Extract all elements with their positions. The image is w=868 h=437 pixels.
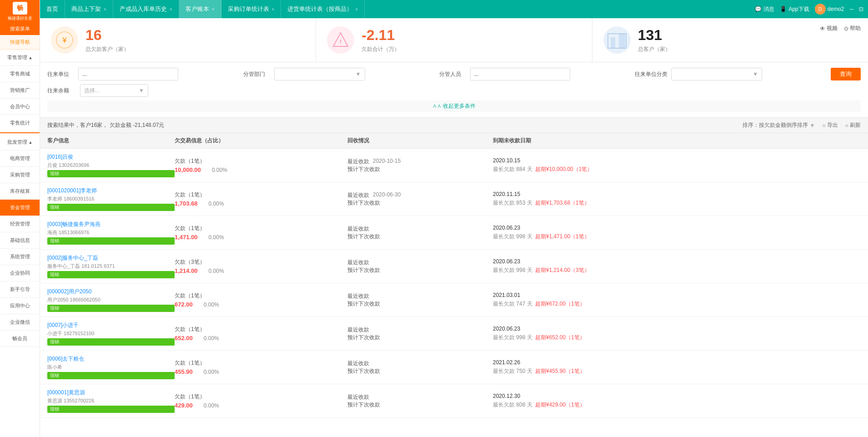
due-date-1: 2020.11.15 xyxy=(493,191,861,197)
tab-product-history[interactable]: 产成品入库单历史 × xyxy=(113,0,179,18)
maximize-icon[interactable]: ⊡ xyxy=(859,6,863,12)
tab-product-offline[interactable]: 商品上下架 × xyxy=(65,0,113,18)
sidebar-item-newbie-guide[interactable]: 新手引导 xyxy=(0,281,40,298)
table-row: [0002]服务中心_丁磊 服务中心_丁磊 181 0125 8371 现销 欠… xyxy=(40,250,868,283)
eye-icon: 👁 xyxy=(820,25,825,32)
collapse-filters-btn[interactable]: ∧∧ 收起更多条件 xyxy=(47,100,861,112)
dept-arrow-icon: ▼ xyxy=(356,71,361,77)
top-nav-right: 💬 消息 📱 App下载 D demo2 ─ ⊡ xyxy=(755,4,868,15)
sidebar-item-purchase-mgmt[interactable]: 采购管理 xyxy=(0,167,40,183)
refresh-icon: ○ xyxy=(845,122,848,129)
sidebar-item-inventory[interactable]: 库存核算 xyxy=(0,183,40,200)
customer-name-2[interactable]: [0003]畅捷服务尹海燕 xyxy=(47,221,175,228)
balance-select[interactable]: 选择... ▼ xyxy=(80,84,148,97)
source-unit-input[interactable]: ... xyxy=(78,68,178,80)
sidebar-item-enterprise-wechat[interactable]: 企业微信 xyxy=(0,314,40,331)
unit-category-arrow-icon: ▼ xyxy=(753,71,758,77)
customer-name-1[interactable]: [0001020001]李老师 xyxy=(47,187,175,195)
col-header-duedate: 到期未收款日期 xyxy=(493,137,861,145)
table-row: [0016]吕俊 吕俊 13026203696 现销 欠款（1笔） 10,000… xyxy=(40,149,868,182)
debt-total-icon: ! xyxy=(327,26,354,54)
refresh-btn[interactable]: ○ 刷新 xyxy=(845,121,861,129)
svg-text:!: ! xyxy=(340,39,341,45)
col-header-debt: 欠交易信息（占比） xyxy=(175,137,347,145)
query-button[interactable]: 查询 xyxy=(831,68,861,80)
debt-ratio-1: 0.00% xyxy=(209,201,224,207)
sort-label: 排序：按欠款金额倒序排序 xyxy=(743,121,808,129)
sidebar-item-member-vip[interactable]: 畅会员 xyxy=(0,331,40,347)
sidebar-item-member-center[interactable]: 会员中心 xyxy=(0,99,40,115)
export-btn[interactable]: ○ 导出 xyxy=(823,121,838,129)
sidebar-item-batch-mgmt[interactable]: 批发管理 ▲ xyxy=(0,134,40,151)
close-tab-product-offline[interactable]: × xyxy=(104,7,106,12)
debt-info-2: 欠款（1笔） 1,471.00 0.00% xyxy=(175,221,347,245)
debt-customers-icon: ¥ xyxy=(51,26,78,54)
sidebar-item-finance[interactable]: 资金管理 xyxy=(0,200,40,216)
customer-tag-1: 现销 xyxy=(47,204,175,211)
customer-info-7: [000001]黄思源 黄思源 13552700226 现销 xyxy=(47,389,175,413)
sidebar-item-retail-stats[interactable]: 零售统计 xyxy=(0,115,40,131)
customer-name-0[interactable]: [0016]吕俊 xyxy=(47,153,175,161)
overdue-amount-0[interactable]: 超期¥10,000.00（1笔） xyxy=(535,166,593,173)
minimize-icon[interactable]: ─ xyxy=(849,6,853,12)
recovery-info-1: 最近收款 2020-06-30 预计下次收款 xyxy=(347,187,493,211)
app-logo: 畅 畅捷通好生意 xyxy=(0,0,40,23)
table-header: 客户信息 欠交易信息（占比） 回收情况 到期未收款日期 xyxy=(40,133,868,149)
debt-total-label: 欠款合计（万） xyxy=(361,45,400,53)
debt-summary: 欠款金额 -21,148.07元 xyxy=(110,122,165,128)
help-btn[interactable]: ⊙ 帮助 xyxy=(844,25,861,32)
tab-purchase-order-stats[interactable]: 采购订单统计表 × xyxy=(221,0,281,18)
sidebar-item-marketing[interactable]: 营销推广 xyxy=(0,82,40,99)
duedate-info-2: 2020.06.23 最长欠款 998 天 超期¥1,471.00（1笔） xyxy=(493,221,861,245)
last-collect-label-0: 最近收款 xyxy=(347,158,369,166)
customer-name-6[interactable]: [0006]去下粮仓 xyxy=(47,355,175,363)
col-header-recovery: 回收情况 xyxy=(347,137,493,145)
sort-select[interactable]: 排序：按欠款金额倒序排序 ▼ xyxy=(743,121,815,129)
sort-arrow-icon: ▼ xyxy=(810,122,815,129)
person-input[interactable]: ... xyxy=(470,68,570,80)
app-logo-text: 畅捷通好生意 xyxy=(8,15,32,21)
close-tab-purchase-order-stats[interactable]: × xyxy=(272,7,275,12)
collapse-icon: ∧∧ xyxy=(432,103,442,109)
view-btn[interactable]: 👁 视频 xyxy=(820,25,838,32)
customer-name-3[interactable]: [0002]服务中心_丁磊 xyxy=(47,254,175,262)
sidebar-item-enterprise-coop[interactable]: 企业协同 xyxy=(0,265,40,281)
tab-customer-account[interactable]: 客户账本 × xyxy=(179,0,221,18)
sidebar-item-app-center[interactable]: 应用中心 xyxy=(0,298,40,314)
due-date-0: 2020.10.15 xyxy=(493,157,861,164)
close-tab-customer-account[interactable]: × xyxy=(212,7,215,12)
customer-name-4[interactable]: [000002]用户2050 xyxy=(47,288,175,296)
stat-card-debt-customers: ¥ 16 总欠款客户（家） xyxy=(40,18,316,62)
debt-amount-0[interactable]: 10,000.00 xyxy=(175,166,201,173)
debt-amount-1[interactable]: 1,703.68 xyxy=(175,200,198,207)
user-avatar[interactable]: D demo2 xyxy=(815,4,844,15)
arrow-icon: ▲ xyxy=(29,55,33,60)
tab-home[interactable]: 首页 xyxy=(40,0,65,18)
sidebar-item-basic-info[interactable]: 基础信息 xyxy=(0,232,40,249)
close-tab-purchase-stats-by-product[interactable]: × xyxy=(355,7,358,12)
results-summary: 搜索结果中，客户16家 xyxy=(47,122,102,128)
close-tab-product-history[interactable]: × xyxy=(170,7,172,12)
customer-name-5[interactable]: [0007]小进千 xyxy=(47,321,175,329)
customer-info-5: [0007]小进千 小进千 18279152100 现销 xyxy=(47,321,175,346)
overdue-amount-1[interactable]: 超期¥1,703.68（1笔） xyxy=(535,199,590,207)
customer-info-2: [0003]畅捷服务尹海燕 海燕 18513066976 现销 xyxy=(47,221,175,245)
sidebar-item-system-mgmt[interactable]: 系统管理 xyxy=(0,249,40,265)
customer-name-7[interactable]: [000001]黄思源 xyxy=(47,389,175,397)
sidebar-item-ops-mgmt[interactable]: 经营管理 xyxy=(0,216,40,232)
message-btn[interactable]: 💬 消息 xyxy=(755,5,774,13)
sidebar-item-retail-mall[interactable]: 零售商城 xyxy=(0,66,40,82)
debt-amount-2[interactable]: 1,471.00 xyxy=(175,234,198,241)
sidebar-item-retail-mgmt[interactable]: 零售管理 ▲ xyxy=(0,50,40,66)
total-customers-icon xyxy=(603,26,631,54)
customer-info-6: [0006]去下粮仓 陈小希 现销 xyxy=(47,355,175,379)
app-download-btn[interactable]: 📱 App下载 xyxy=(780,5,809,13)
dept-select[interactable]: ▼ xyxy=(274,68,365,80)
message-icon: 💬 xyxy=(755,6,762,12)
debt-info-0: 欠款（1笔） 10,000.00 0.00% xyxy=(175,153,347,177)
sidebar-item-ecommerce[interactable]: 电商管理 xyxy=(0,151,40,167)
tab-purchase-stats-by-product[interactable]: 进货单统计表（按商品） × xyxy=(281,0,365,18)
unit-category-select[interactable]: ▼ xyxy=(671,68,762,80)
stat-card-debt-total: ! -2.11 欠款合计（万） xyxy=(316,18,592,62)
search-menu-btn[interactable]: 搜索菜单 xyxy=(0,23,40,35)
